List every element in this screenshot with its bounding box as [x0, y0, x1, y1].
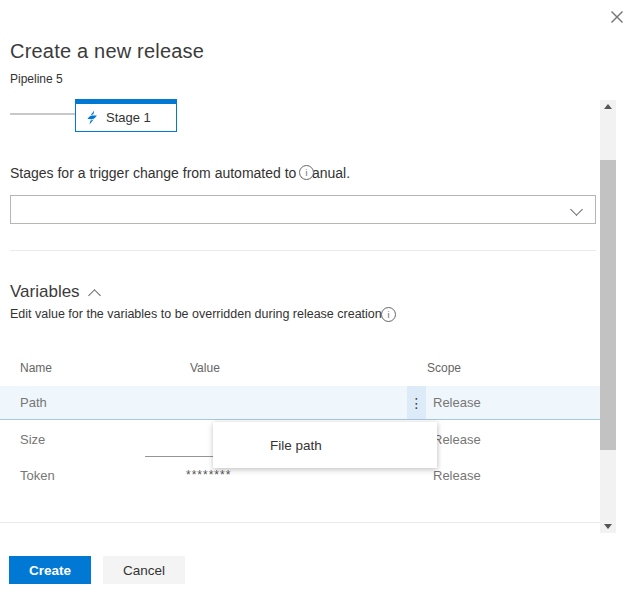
- variables-section-title: Variables: [10, 282, 80, 302]
- automated-trigger-lightning-icon: [85, 110, 99, 125]
- variable-scope: Release: [433, 421, 481, 457]
- column-header-scope: Scope: [427, 361, 461, 375]
- section-divider: [10, 250, 596, 251]
- table-row-path[interactable]: Path ⋮ Release: [0, 386, 600, 420]
- stage-status-bar: [75, 99, 177, 104]
- page-title: Create a new release: [10, 40, 204, 63]
- scrollbar-thumb[interactable]: [600, 160, 616, 450]
- stage-node[interactable]: Stage 1: [75, 99, 177, 132]
- variable-scope: Release: [433, 457, 481, 493]
- popup-item-file-path[interactable]: File path: [213, 422, 437, 468]
- stage-label: Stage 1: [106, 110, 151, 125]
- trigger-stages-dropdown[interactable]: [10, 195, 596, 224]
- column-header-name: Name: [20, 361, 52, 375]
- column-header-value: Value: [190, 361, 220, 375]
- create-button[interactable]: Create: [9, 556, 91, 584]
- variables-info-icon[interactable]: i: [381, 307, 396, 322]
- close-button[interactable]: [606, 6, 628, 28]
- scroll-up-icon[interactable]: [604, 104, 612, 109]
- cancel-button[interactable]: Cancel: [103, 556, 185, 584]
- value-options-popup: File path: [213, 422, 437, 468]
- pipeline-name: Pipeline 5: [10, 72, 63, 86]
- close-icon: [610, 10, 624, 24]
- variable-name: Size: [20, 421, 45, 457]
- stage-connector-line: [10, 113, 75, 115]
- trigger-info-icon[interactable]: i: [299, 165, 314, 180]
- chevron-up-icon[interactable]: [88, 289, 101, 302]
- variable-scope: Release: [433, 386, 481, 419]
- scroll-down-icon[interactable]: [604, 524, 612, 529]
- footer-divider: [0, 522, 600, 523]
- variables-description: Edit value for the variables to be overr…: [10, 307, 385, 321]
- variable-name: Token: [20, 457, 55, 493]
- variable-name: Path: [20, 386, 47, 419]
- more-vertical-icon: ⋮: [410, 395, 424, 411]
- trigger-stages-dropdown-input[interactable]: [17, 199, 557, 220]
- row-context-menu-button[interactable]: ⋮: [407, 386, 426, 419]
- chevron-down-icon: [570, 203, 583, 216]
